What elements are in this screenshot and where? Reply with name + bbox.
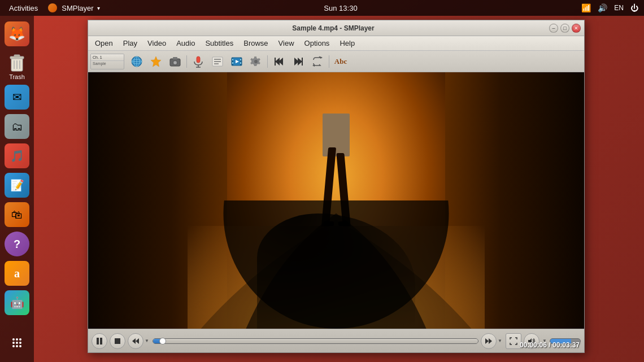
svg-rect-24 — [173, 57, 177, 59]
tools-icon — [250, 55, 262, 68]
svg-marker-47 — [320, 56, 323, 59]
trash-icon-container — [5, 51, 29, 76]
toolbar-sep-1 — [186, 55, 187, 68]
progress-bar[interactable] — [153, 338, 478, 344]
toolbar-preferences[interactable] — [247, 53, 265, 70]
maximize-button[interactable]: □ — [560, 24, 569, 33]
toolbar-screenshot[interactable] — [166, 53, 184, 70]
dock-item-appstore[interactable]: 🛍 — [5, 202, 29, 227]
svg-rect-37 — [240, 59, 241, 60]
camera-icon — [169, 55, 181, 68]
toolbar-media[interactable] — [228, 53, 246, 70]
menu-subtitles[interactable]: Subtitles — [201, 37, 238, 49]
apps-grid-button[interactable] — [11, 337, 23, 356]
toolbar-globe[interactable] — [128, 53, 146, 70]
menu-help[interactable]: Help — [335, 37, 359, 49]
svg-rect-36 — [232, 62, 233, 64]
video-area[interactable] — [88, 72, 584, 329]
dock-item-robot[interactable]: 🤖 — [5, 290, 29, 315]
toolbar-skip-prev[interactable] — [270, 53, 288, 70]
dock-item-writer[interactable]: 📝 — [5, 173, 29, 198]
firefox-icon: 🦊 — [8, 26, 25, 42]
svg-rect-43 — [275, 58, 276, 66]
svg-point-6 — [12, 338, 15, 341]
dock-item-files[interactable]: 🗂 — [5, 114, 29, 139]
floor-shadow-svg — [88, 200, 584, 329]
toolbar-sep-3 — [329, 55, 329, 68]
files-icon: 🗂 — [11, 120, 23, 133]
progress-track — [153, 339, 478, 343]
toolbar-skip-next[interactable] — [289, 53, 307, 70]
minimize-button[interactable]: – — [549, 24, 558, 33]
toolbar: Ch. 1 Sample — [88, 51, 584, 72]
top-panel: Activities SMPlayer ▾ Sun 13:30 📶 🔊 EN ⏻ — [0, 0, 644, 16]
rewind-group: ▼ — [128, 333, 150, 349]
film-icon — [230, 55, 243, 68]
top-panel-left: Activities SMPlayer ▾ — [6, 3, 100, 14]
close-button[interactable]: ✕ — [572, 24, 581, 33]
forward-button[interactable] — [481, 333, 497, 349]
svg-point-12 — [12, 345, 15, 347]
svg-rect-38 — [240, 62, 241, 64]
activities-button[interactable]: Activities — [6, 3, 41, 14]
menu-play[interactable]: Play — [119, 37, 142, 49]
dock-item-firefox[interactable]: 🦊 — [5, 21, 29, 46]
svg-point-23 — [174, 61, 177, 64]
svg-marker-53 — [136, 338, 139, 344]
skip-next-icon — [292, 55, 304, 68]
app-menu[interactable]: SMPlayer ▾ — [48, 3, 99, 12]
menu-open[interactable]: Open — [90, 37, 118, 49]
rewind-button[interactable] — [128, 333, 143, 349]
menu-options[interactable]: Options — [300, 37, 334, 49]
dock-item-amazon[interactable]: a — [5, 261, 29, 286]
svg-rect-2 — [14, 55, 20, 57]
pause-icon — [95, 337, 103, 345]
fullscreen-button[interactable] — [506, 333, 521, 349]
toolbar-mic[interactable] — [189, 53, 207, 70]
grid-icon — [11, 337, 23, 349]
menu-video[interactable]: Video — [143, 37, 171, 49]
progress-handle[interactable] — [159, 338, 166, 344]
playlist-icon — [211, 55, 224, 68]
rewind-icon — [132, 337, 140, 345]
svg-point-40 — [254, 60, 258, 63]
forward-icon — [485, 337, 493, 345]
time-display: 00:00:06 / 00:03:37 — [520, 341, 580, 349]
volume-icon[interactable]: 🔊 — [598, 3, 607, 12]
trash-icon — [8, 53, 26, 73]
menu-audio[interactable]: Audio — [172, 37, 199, 49]
help-icon: ? — [14, 238, 20, 251]
toolbar-subtitle-style[interactable]: Abc — [332, 53, 350, 70]
playlist-widget[interactable]: Ch. 1 Sample — [90, 54, 124, 69]
smplayer-icon — [48, 3, 57, 12]
menu-view[interactable]: View — [274, 37, 299, 49]
stop-button[interactable] — [110, 333, 125, 349]
robot-icon: 🤖 — [10, 296, 24, 309]
window-controls: – □ ✕ — [549, 24, 581, 33]
rewind-dropdown[interactable]: ▼ — [143, 333, 150, 349]
svg-rect-51 — [100, 338, 102, 344]
svg-point-7 — [16, 338, 18, 341]
dock-item-email[interactable]: ✉ — [5, 85, 29, 110]
writer-icon: 📝 — [10, 178, 24, 192]
power-icon[interactable]: ⏻ — [630, 3, 638, 12]
forward-dropdown[interactable]: ▼ — [497, 333, 503, 349]
window-title: Sample 4.mp4 - SMPlayer — [118, 24, 549, 32]
email-icon: ✉ — [12, 90, 22, 104]
controls-bar: ▼ ▼ — [88, 329, 584, 352]
svg-point-14 — [19, 345, 21, 347]
dock-item-music[interactable]: 🎵 — [5, 143, 29, 168]
wifi-icon[interactable]: 📶 — [581, 3, 591, 12]
svg-rect-52 — [115, 338, 120, 344]
smplayer-window: Sample 4.mp4 - SMPlayer – □ ✕ Open Play … — [88, 20, 585, 353]
toolbar-playlist[interactable] — [208, 53, 227, 70]
menu-browse[interactable]: Browse — [239, 37, 272, 49]
appstore-icon: 🛍 — [11, 208, 23, 221]
dock-item-help[interactable]: ? — [5, 232, 29, 256]
dock-item-trash[interactable]: Trash — [5, 51, 29, 80]
pause-button[interactable] — [92, 333, 107, 349]
toolbar-star[interactable] — [147, 53, 165, 70]
music-icon: 🎵 — [10, 149, 24, 163]
keyboard-icon[interactable]: EN — [614, 4, 624, 12]
toolbar-repeat[interactable] — [308, 53, 327, 70]
